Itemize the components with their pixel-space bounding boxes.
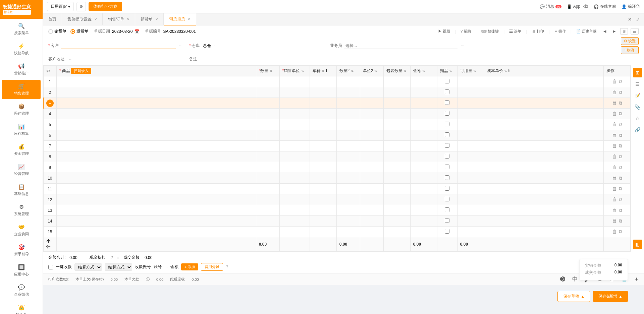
cell-goods-3[interactable] xyxy=(57,98,256,109)
sort-unit2-icon[interactable]: ⇅ xyxy=(374,69,377,73)
attachment-icon[interactable]: 📎 xyxy=(633,102,642,112)
cell-available-15[interactable] xyxy=(457,227,484,237)
cell-qty-1[interactable] xyxy=(256,76,279,87)
cell-amount-15[interactable] xyxy=(410,227,437,237)
cell-packqty-13[interactable] xyxy=(383,205,410,216)
copy-icon-14[interactable]: ⧉ xyxy=(619,218,622,224)
cell-qty2-11[interactable] xyxy=(336,184,360,194)
toolbar-icon1[interactable]: 🅢 xyxy=(560,276,566,282)
copy-icon-8[interactable]: ⧉ xyxy=(619,154,622,160)
cell-qty2-13[interactable] xyxy=(336,205,360,216)
gift-checkbox-15[interactable] xyxy=(445,229,449,234)
cell-price-12[interactable] xyxy=(310,194,336,205)
customer-input[interactable] xyxy=(61,43,176,49)
cell-qty2-1[interactable] xyxy=(336,76,360,87)
salesperson-input[interactable] xyxy=(344,43,458,49)
this-time-indicator[interactable]: ⓘ xyxy=(146,277,150,282)
cell-amount-11[interactable] xyxy=(410,184,437,194)
scan-button[interactable]: 扫码录入 xyxy=(71,68,91,74)
input-goods-7[interactable] xyxy=(59,144,253,148)
cell-qty-5[interactable] xyxy=(256,119,279,130)
cell-cost-5[interactable] xyxy=(484,119,603,130)
tab-close-4[interactable]: ✕ xyxy=(188,17,191,21)
cell-cost-1[interactable] xyxy=(484,76,603,87)
sort-cost-icon[interactable]: ⇅ xyxy=(504,69,507,73)
delete-icon-13[interactable]: 🗑 xyxy=(612,207,617,213)
message-item[interactable]: 💬 消息 70 xyxy=(540,4,561,9)
cell-packqty-5[interactable] xyxy=(383,119,410,130)
delete-icon-6[interactable]: 🗑 xyxy=(612,132,617,138)
cell-qty2-4[interactable] xyxy=(336,109,360,119)
cell-goods-9[interactable] xyxy=(57,162,256,173)
discount-help-icon[interactable]: ? xyxy=(111,255,113,260)
notes-input[interactable] xyxy=(199,56,323,62)
cell-qty-7[interactable] xyxy=(256,141,279,151)
sidebar-item-marketing[interactable]: 📢营销推广 xyxy=(2,60,41,79)
cell-unit2-5[interactable] xyxy=(360,119,383,130)
gift-checkbox-2[interactable] xyxy=(445,89,449,94)
copy-icon-9[interactable]: ⧉ xyxy=(619,165,622,170)
view-list-btn[interactable]: ☰ xyxy=(631,28,639,35)
cell-amount-4[interactable] xyxy=(410,109,437,119)
tab-2[interactable]: 销售订单✕ xyxy=(103,13,135,25)
nav-prev-btn[interactable]: ◀ xyxy=(601,28,608,34)
cell-amount-2[interactable] xyxy=(410,87,437,98)
sort-qty-icon[interactable]: ⇅ xyxy=(270,69,272,73)
sidebar-item-enterprise[interactable]: 🤝企业协同 xyxy=(2,221,41,240)
delete-icon-7[interactable]: 🗑 xyxy=(612,143,617,149)
app-download-item[interactable]: 📱 App下载 xyxy=(567,4,588,9)
cell-amount-13[interactable] xyxy=(410,205,437,216)
delete-icon-9[interactable]: 🗑 xyxy=(612,165,617,170)
cell-unit2-14[interactable] xyxy=(360,216,383,227)
expand-tab-icon[interactable]: ⤢ xyxy=(635,16,641,23)
cell-qty2-9[interactable] xyxy=(336,162,360,173)
copy-icon-4[interactable]: ⧉ xyxy=(619,111,622,117)
calendar-icon[interactable]: 📅 xyxy=(135,29,140,34)
cell-price-11[interactable] xyxy=(310,184,336,194)
cell-qty2-14[interactable] xyxy=(336,216,360,227)
cell-price-13[interactable] xyxy=(310,205,336,216)
input-goods-4[interactable] xyxy=(59,112,253,116)
gift-checkbox-12[interactable] xyxy=(445,197,449,201)
input-goods-14[interactable] xyxy=(59,219,253,224)
gift-checkbox-11[interactable] xyxy=(445,186,449,191)
summary-method-select[interactable]: 结算方式 xyxy=(105,263,132,271)
view-table-btn[interactable]: ⊞ xyxy=(620,28,628,35)
add-row-button[interactable]: + xyxy=(46,100,54,107)
radio-sales[interactable]: 销货单 xyxy=(48,28,66,34)
close-tab-icon[interactable]: ✕ xyxy=(627,16,633,23)
gift-checkbox-5[interactable] xyxy=(445,122,449,126)
cell-qty2-5[interactable] xyxy=(336,119,360,130)
customer-dots[interactable]: ··· xyxy=(179,43,182,48)
star-icon[interactable]: ☆ xyxy=(633,114,642,123)
sidebar-item-finance[interactable]: 💰资金管理 xyxy=(2,140,41,160)
cell-unit-1[interactable] xyxy=(279,76,310,87)
sort-packqty-icon[interactable]: ⇅ xyxy=(404,69,406,73)
gift-checkbox-6[interactable] xyxy=(445,132,449,137)
cell-goods-12[interactable] xyxy=(57,194,256,205)
cell-goods-5[interactable] xyxy=(57,119,256,130)
cell-unit2-2[interactable] xyxy=(360,87,383,98)
cell-goods-4[interactable] xyxy=(57,109,256,119)
cell-available-9[interactable] xyxy=(457,162,484,173)
copy-icon-1[interactable]: ⧉ xyxy=(619,79,622,84)
cell-available-3[interactable] xyxy=(457,98,484,109)
cell-unit-9[interactable] xyxy=(279,162,310,173)
input-goods-12[interactable] xyxy=(59,197,253,202)
cell-qty-8[interactable] xyxy=(256,151,279,162)
cell-goods-1[interactable] xyxy=(57,76,256,87)
sort-available-icon[interactable]: ⇅ xyxy=(473,69,476,73)
tab-1[interactable]: 售价提取设置✕ xyxy=(62,13,103,25)
nav-next-btn[interactable]: ▶ xyxy=(611,28,618,34)
warehouse-dots[interactable]: ··· xyxy=(214,43,218,48)
cell-unit2-13[interactable] xyxy=(360,205,383,216)
sidebar-item-operations[interactable]: 📈经营管理 xyxy=(2,160,41,180)
cell-qty-6[interactable] xyxy=(256,130,279,141)
sidebar-item-inventory[interactable]: 📊库存核算 xyxy=(2,120,41,139)
cell-qty-10[interactable] xyxy=(256,173,279,184)
cell-packqty-12[interactable] xyxy=(383,194,410,205)
print-btn[interactable]: 🖨 打印 xyxy=(530,28,546,35)
gift-checkbox-10[interactable] xyxy=(445,175,449,180)
cell-amount-12[interactable] xyxy=(410,194,437,205)
copy-icon-12[interactable]: ⧉ xyxy=(619,197,622,202)
